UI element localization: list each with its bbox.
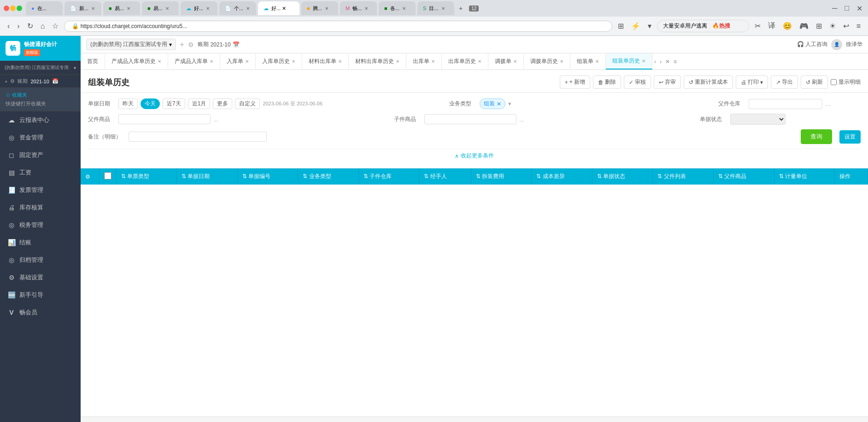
url-bar[interactable]: 🔒 https://cloud.chanjet.com/accounting/u… xyxy=(64,21,612,32)
th-unit[interactable]: ⇅ 计量单位 xyxy=(774,168,835,185)
undo-btn[interactable]: ↩ xyxy=(841,20,851,32)
audit-btn[interactable]: ✓ 审核 xyxy=(624,75,651,89)
sun-btn[interactable]: ☀ xyxy=(827,20,838,32)
remark-input[interactable] xyxy=(129,132,267,142)
tab-material-outbound-history[interactable]: 材料出库单历史 ✕ xyxy=(349,54,406,69)
browser-tab-11[interactable]: ■各... ✕ xyxy=(379,1,416,15)
sidebar-item-archive-mgmt[interactable]: ◎ 归档管理 xyxy=(0,251,81,269)
column-settings-icon[interactable]: ⚙ xyxy=(85,173,90,180)
tab-close-9[interactable]: ✕ xyxy=(325,6,328,11)
add-btn[interactable]: + + 新增 xyxy=(560,75,590,89)
th-checkbox[interactable] xyxy=(99,168,116,185)
th-settings[interactable]: ⚙ xyxy=(81,168,99,185)
date-1month-btn[interactable]: 近1月 xyxy=(188,98,211,109)
sidebar-item-new-guide[interactable]: 🆕 新手引导 xyxy=(0,286,81,304)
tab-outbound-close[interactable]: ✕ xyxy=(431,59,435,64)
tab-outbound[interactable]: 出库单 ✕ xyxy=(406,54,442,69)
tab-close-6[interactable]: ✕ xyxy=(246,6,250,11)
tabs-menu[interactable]: ≡ xyxy=(672,58,679,65)
tab-product-inbound-close[interactable]: ✕ xyxy=(210,59,213,64)
print-btn[interactable]: 🖨 打印 ▾ xyxy=(736,75,768,89)
tab-close-4[interactable]: ✕ xyxy=(165,6,169,11)
add-period-btn[interactable]: + xyxy=(5,79,7,84)
bottom-scrollbar[interactable] xyxy=(81,416,868,422)
close-btn[interactable]: ✕ xyxy=(855,2,864,15)
th-parent-list[interactable]: ⇅ 父件列表 xyxy=(653,168,714,185)
th-order-status[interactable]: ⇅ 单据状态 xyxy=(592,168,653,185)
tab-material-outbound-close[interactable]: ✕ xyxy=(338,59,342,64)
show-detail-checkbox[interactable] xyxy=(831,79,837,85)
maximize-btn[interactable]: □ xyxy=(843,2,851,15)
settings-period-btn[interactable]: ⚙ xyxy=(10,78,15,84)
home-btn[interactable]: ⌂ xyxy=(39,20,47,32)
th-cost-diff[interactable]: ⇅ 成本差异 xyxy=(532,168,592,185)
browser-tab-1[interactable]: ● 在... xyxy=(26,1,63,15)
parent-warehouse-input[interactable] xyxy=(749,99,822,109)
tab-close-5[interactable]: ✕ xyxy=(206,6,210,11)
th-number[interactable]: ⇅ 单据编号 xyxy=(237,168,298,185)
emoji-btn[interactable]: 😊 xyxy=(781,20,794,32)
sidebar-item-inventory[interactable]: 🖨 库存核算 xyxy=(0,199,81,216)
tab-outbound-history-close[interactable]: ✕ xyxy=(478,59,481,64)
tab-product-inbound-history[interactable]: 产成品入库单历史 ✕ xyxy=(105,54,168,69)
browser-tab-12[interactable]: S目... ✕ xyxy=(417,1,454,15)
lightning-btn[interactable]: ⚡ xyxy=(629,20,642,32)
tab-product-inbound-history-close[interactable]: ✕ xyxy=(158,59,161,64)
game-btn[interactable]: 🎮 xyxy=(798,20,810,32)
sidebar-item-basic-settings[interactable]: ⚙ 基础设置 xyxy=(0,269,81,286)
tab-home[interactable]: 首页 xyxy=(81,54,105,69)
sidebar-item-fixed-assets[interactable]: ◻ 固定资产 xyxy=(0,146,81,164)
company-selector-sidebar[interactable]: (勿删勿禁用) 江西服宝测试专用 ▾ xyxy=(0,61,81,75)
select-all-checkbox[interactable] xyxy=(104,172,111,179)
business-type-remove[interactable]: ✕ xyxy=(497,101,501,107)
tab-close-10[interactable]: ✕ xyxy=(364,6,368,11)
th-child-warehouse[interactable]: ⇅ 子件仓库 xyxy=(358,168,419,185)
tab-transfer-close[interactable]: ✕ xyxy=(513,59,517,64)
config-btn[interactable]: 设置 xyxy=(839,130,861,144)
bookmarks-title[interactable]: ☆ 收藏夹 xyxy=(6,92,75,98)
translate-btn[interactable]: 译 xyxy=(766,19,777,33)
show-detail-checkbox-label[interactable]: 显示明细 xyxy=(831,78,861,86)
dropdown-btn[interactable]: ▾ xyxy=(646,20,653,32)
tab-assembly[interactable]: 组装单 ✕ xyxy=(570,54,606,69)
sidebar-item-fund-mgmt[interactable]: ◎ 资金管理 xyxy=(0,129,81,146)
query-btn[interactable]: 查询 xyxy=(801,129,832,144)
new-tab-btn[interactable]: + xyxy=(456,4,465,13)
th-handler[interactable]: ⇅ 经手人 xyxy=(419,168,471,185)
tab-assembly-history[interactable]: 组装单历史 ✕ xyxy=(606,53,652,69)
date-custom-btn[interactable]: 自定义 xyxy=(235,98,260,109)
tab-assembly-close[interactable]: ✕ xyxy=(595,59,599,64)
browser-tab-6[interactable]: 📄个... ✕ xyxy=(219,1,256,15)
tab-close-11[interactable]: ✕ xyxy=(402,6,406,11)
child-goods-more[interactable]: ... xyxy=(519,116,524,123)
tab-transfer-history-close[interactable]: ✕ xyxy=(560,59,563,64)
browser-search[interactable]: 大量安卓用户逃离 🔥热搜 xyxy=(657,20,749,32)
parent-warehouse-more[interactable]: ... xyxy=(825,100,830,107)
browser-tab-8[interactable]: ☁好... ✕ xyxy=(258,1,299,15)
sidebar-item-tax-mgmt[interactable]: ◎ 税务管理 xyxy=(0,216,81,234)
refresh-btn[interactable]: ↺ 刷新 xyxy=(801,75,828,89)
sidebar-item-invoice-mgmt[interactable]: 🧾 发票管理 xyxy=(0,181,81,199)
sidebar-item-checkout[interactable]: 📊 结账 xyxy=(0,234,81,251)
recalculate-btn[interactable]: ↺ 重新计算成本 xyxy=(684,75,733,89)
tab-transfer-history[interactable]: 调拨单历史 ✕ xyxy=(524,54,570,69)
company-settings-btn[interactable]: ⚙ xyxy=(188,41,194,48)
business-type-dropdown[interactable]: ▾ xyxy=(508,100,511,107)
date-yesterday-btn[interactable]: 昨天 xyxy=(118,98,138,109)
tab-inbound-history[interactable]: 入库单历史 ✕ xyxy=(256,54,302,69)
browser-tab-3[interactable]: ■易... ✕ xyxy=(103,1,140,15)
tab-close-12[interactable]: ✕ xyxy=(441,6,445,11)
th-date[interactable]: ⇅ 单据日期 xyxy=(177,168,238,185)
tab-material-outbound-history-close[interactable]: ✕ xyxy=(396,59,399,64)
tabs-right-arrow[interactable]: › xyxy=(658,58,663,65)
grid-btn[interactable]: ⊞ xyxy=(814,20,824,32)
abandon-btn[interactable]: ↩ 弃审 xyxy=(654,75,681,89)
browser-tab-5[interactable]: ☁好... ✕ xyxy=(181,1,217,15)
tab-close-2[interactable]: ✕ xyxy=(91,6,95,11)
th-disassembly-fee[interactable]: ⇅ 拆装费用 xyxy=(471,168,532,185)
delete-btn[interactable]: 🗑 删除 xyxy=(593,75,621,89)
tab-inbound-history-close[interactable]: ✕ xyxy=(292,59,295,64)
tabs-left-arrow[interactable]: ‹ xyxy=(652,58,658,65)
child-goods-input[interactable] xyxy=(424,114,516,124)
tab-inbound[interactable]: 入库单 ✕ xyxy=(220,54,256,69)
